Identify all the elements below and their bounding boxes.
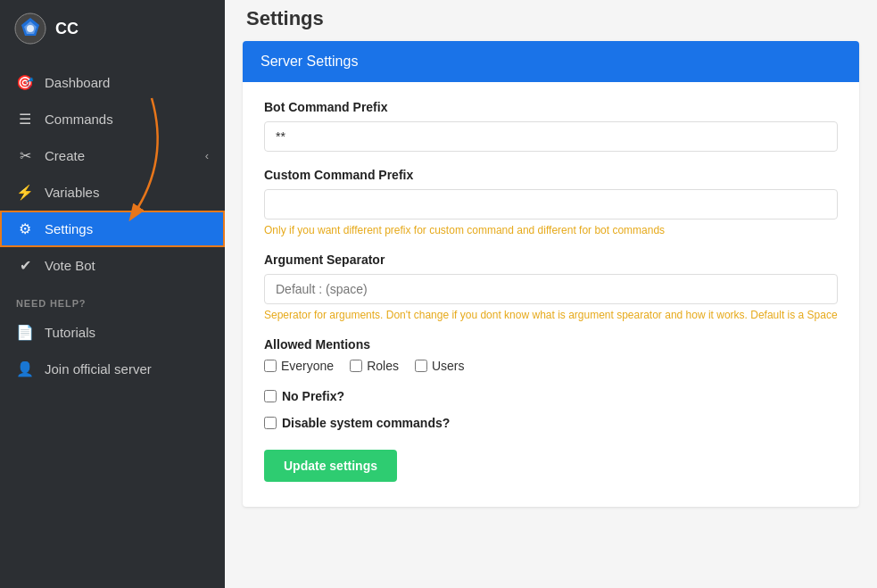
- app-title: CC: [55, 20, 79, 38]
- bot-command-prefix-label: Bot Command Prefix: [264, 100, 838, 114]
- everyone-checkbox-item[interactable]: Everyone: [264, 359, 334, 373]
- no-prefix-checkbox[interactable]: [264, 390, 277, 402]
- join-server-icon: 👤: [16, 360, 34, 377]
- sidebar-item-label: Commands: [45, 112, 113, 127]
- sidebar-item-join-server[interactable]: 👤 Join official server: [0, 351, 225, 387]
- update-settings-button[interactable]: Update settings: [264, 450, 397, 482]
- sidebar-item-create[interactable]: ✂ Create ‹: [0, 137, 225, 174]
- no-prefix-checkbox-item[interactable]: No Prefix?: [264, 389, 838, 403]
- sidebar-header: CC: [0, 0, 225, 57]
- main-content: Settings Server Settings Bot Command Pre…: [225, 0, 877, 588]
- mentions-checkboxes: Everyone Roles Users: [264, 359, 838, 373]
- argument-separator-input[interactable]: [264, 274, 838, 304]
- roles-label: Roles: [367, 359, 399, 373]
- sidebar-item-settings[interactable]: ⚙ Settings: [0, 211, 225, 247]
- settings-card: Server Settings Bot Command Prefix Custo…: [243, 41, 859, 507]
- sidebar-item-commands[interactable]: ☰ Commands: [0, 101, 225, 137]
- everyone-checkbox[interactable]: [264, 360, 277, 372]
- custom-command-prefix-group: Custom Command Prefix Only if you want d…: [264, 168, 838, 236]
- app-logo: [14, 12, 46, 45]
- bot-command-prefix-input[interactable]: [264, 121, 838, 152]
- card-header: Server Settings: [243, 41, 859, 82]
- dashboard-icon: 🎯: [16, 74, 34, 91]
- tutorials-icon: 📄: [16, 324, 34, 341]
- argument-separator-label: Argument Separator: [264, 253, 838, 267]
- users-checkbox[interactable]: [415, 360, 427, 372]
- sidebar-item-vote-bot[interactable]: ✔ Vote Bot: [0, 247, 225, 284]
- users-label: Users: [432, 359, 465, 373]
- votebot-icon: ✔: [16, 257, 34, 274]
- argument-separator-group: Argument Separator Seperator for argumen…: [264, 253, 838, 321]
- sidebar-item-label: Join official server: [45, 361, 152, 377]
- sidebar-item-label: Variables: [45, 185, 99, 200]
- page-title: Settings: [225, 0, 877, 41]
- allowed-mentions-label: Allowed Mentions: [264, 337, 838, 352]
- sidebar-item-variables[interactable]: ⚡ Variables: [0, 174, 225, 211]
- argument-separator-hint: Seperator for arguments. Don't change if…: [264, 309, 838, 321]
- create-icon: ✂: [16, 147, 34, 164]
- everyone-label: Everyone: [281, 359, 334, 373]
- sidebar-item-label: Tutorials: [45, 325, 95, 340]
- sidebar-item-dashboard[interactable]: 🎯 Dashboard: [0, 64, 225, 101]
- card-body: Bot Command Prefix Custom Command Prefix…: [243, 82, 859, 507]
- disable-system-checkbox-item[interactable]: Disable system commands?: [264, 416, 838, 430]
- sidebar-item-label: Create: [45, 148, 85, 163]
- svg-point-3: [27, 25, 34, 32]
- disable-system-label: Disable system commands?: [282, 416, 450, 430]
- custom-command-prefix-label: Custom Command Prefix: [264, 168, 838, 182]
- custom-command-hint: Only if you want different prefix for cu…: [264, 224, 838, 236]
- allowed-mentions-group: Allowed Mentions Everyone Roles Users: [264, 337, 838, 373]
- commands-icon: ☰: [16, 111, 34, 128]
- need-help-label: NEED HELP?: [0, 284, 225, 314]
- users-checkbox-item[interactable]: Users: [415, 359, 465, 373]
- settings-icon: ⚙: [16, 220, 34, 237]
- variables-icon: ⚡: [16, 184, 34, 201]
- sidebar-item-label: Vote Bot: [45, 258, 95, 273]
- sidebar: CC 🎯 Dashboard ☰ Commands ✂ Create ‹ ⚡ V…: [0, 0, 225, 588]
- roles-checkbox[interactable]: [350, 360, 362, 372]
- sidebar-item-label: Dashboard: [45, 75, 110, 90]
- custom-command-prefix-input[interactable]: [264, 189, 838, 219]
- roles-checkbox-item[interactable]: Roles: [350, 359, 399, 373]
- sidebar-item-label: Settings: [45, 221, 93, 236]
- no-prefix-label: No Prefix?: [282, 389, 344, 403]
- sidebar-nav: 🎯 Dashboard ☰ Commands ✂ Create ‹ ⚡ Vari…: [0, 57, 225, 588]
- bot-command-prefix-group: Bot Command Prefix: [264, 100, 838, 152]
- sidebar-item-tutorials[interactable]: 📄 Tutorials: [0, 314, 225, 351]
- disable-system-checkbox[interactable]: [264, 417, 277, 429]
- chevron-icon: ‹: [205, 149, 209, 162]
